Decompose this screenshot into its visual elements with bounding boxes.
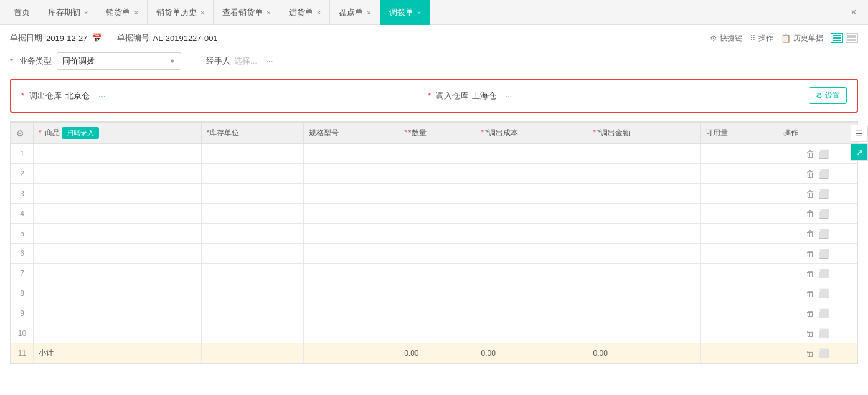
row-8-product[interactable]	[34, 283, 202, 303]
row-6-qty[interactable]	[399, 244, 476, 264]
copy-icon-row-9[interactable]: ⬜	[818, 308, 829, 318]
sidebar-list-icon[interactable]: ☰	[851, 125, 868, 142]
row-3-product[interactable]	[34, 184, 202, 204]
row-3-qty[interactable]	[399, 184, 476, 204]
in-warehouse-more-icon[interactable]: ···	[505, 91, 512, 101]
sidebar-expand-icon[interactable]: ↗	[851, 143, 868, 161]
row-4-available[interactable]	[700, 204, 778, 224]
row-3-amount[interactable]	[588, 184, 700, 204]
tab-stocktake-close[interactable]: ×	[367, 9, 370, 16]
row-4-spec[interactable]	[303, 204, 399, 224]
row-9-amount[interactable]	[588, 303, 700, 323]
delete-icon-row-9[interactable]: 🗑	[806, 308, 814, 318]
tab-purchase[interactable]: 进货单 ×	[280, 0, 330, 25]
tab-home[interactable]: 首页	[5, 0, 39, 25]
row-6-unit[interactable]	[201, 244, 303, 264]
layout-list-button[interactable]	[831, 33, 843, 43]
row-4-product[interactable]	[34, 204, 202, 224]
copy-icon-row-10[interactable]: ⬜	[818, 328, 829, 338]
row-11-spec[interactable]	[303, 343, 399, 363]
copy-icon-row-6[interactable]: ⬜	[818, 249, 829, 259]
delete-icon-row-6[interactable]: 🗑	[806, 249, 814, 259]
tab-transfer-close[interactable]: ×	[417, 9, 421, 16]
row-1-amount[interactable]	[588, 144, 700, 164]
row-11-unit[interactable]	[201, 343, 303, 363]
copy-icon-row-1[interactable]: ⬜	[818, 149, 829, 159]
copy-icon-row-4[interactable]: ⬜	[818, 209, 829, 219]
row-2-cost[interactable]	[476, 164, 588, 184]
delete-icon-row-4[interactable]: 🗑	[806, 209, 814, 219]
in-warehouse-value[interactable]: 上海仓	[472, 90, 496, 102]
row-7-amount[interactable]	[588, 264, 700, 283]
row-3-cost[interactable]	[476, 184, 588, 204]
out-warehouse-value[interactable]: 北京仓	[65, 90, 90, 102]
row-7-unit[interactable]	[201, 264, 303, 283]
row-1-qty[interactable]	[399, 144, 476, 164]
row-2-unit[interactable]	[201, 164, 303, 184]
row-2-spec[interactable]	[303, 164, 399, 184]
person-select[interactable]: 选择...	[234, 55, 257, 67]
row-3-unit[interactable]	[201, 184, 303, 204]
row-4-unit[interactable]	[201, 204, 303, 224]
row-7-product[interactable]	[34, 264, 202, 283]
row-1-product[interactable]	[34, 144, 202, 164]
copy-icon-row-3[interactable]: ⬜	[818, 189, 829, 199]
row-7-spec[interactable]	[303, 264, 399, 283]
delete-icon-row-5[interactable]: 🗑	[806, 229, 814, 239]
row-6-available[interactable]	[700, 244, 778, 264]
row-1-spec[interactable]	[303, 144, 399, 164]
tab-purchase-close[interactable]: ×	[317, 9, 321, 16]
row-3-available[interactable]	[700, 184, 778, 204]
row-11-available[interactable]	[700, 343, 778, 363]
setting-button[interactable]: ⚙ 设置	[809, 87, 847, 104]
tab-view-sales[interactable]: 查看销货单 ×	[214, 0, 280, 25]
calendar-icon[interactable]: 📅	[92, 33, 102, 43]
row-1-available[interactable]	[700, 144, 778, 164]
tab-sales-history-close[interactable]: ×	[200, 9, 204, 16]
delete-icon-row-2[interactable]: 🗑	[806, 169, 814, 179]
row-7-qty[interactable]	[399, 264, 476, 283]
row-10-qty[interactable]	[399, 323, 476, 343]
row-11-product[interactable]: 小计	[34, 343, 202, 363]
copy-icon-row-2[interactable]: ⬜	[818, 169, 829, 179]
delete-icon-row-10[interactable]: 🗑	[806, 328, 814, 338]
row-10-spec[interactable]	[303, 323, 399, 343]
row-11-qty[interactable]: 0.00	[399, 343, 476, 363]
tab-inventory-init[interactable]: 库存期初 ×	[39, 0, 97, 25]
tab-sales-close[interactable]: ×	[134, 9, 138, 16]
operation-button[interactable]: ⠿ 操作	[750, 33, 773, 44]
business-type-select[interactable]: 同价调拨 ▼	[57, 52, 181, 70]
row-5-cost[interactable]	[476, 224, 588, 244]
row-5-amount[interactable]	[588, 224, 700, 244]
row-8-spec[interactable]	[303, 283, 399, 303]
delete-icon-row-7[interactable]: 🗑	[806, 269, 814, 278]
tab-stocktake[interactable]: 盘点单 ×	[330, 0, 380, 25]
row-4-cost[interactable]	[476, 204, 588, 224]
row-2-available[interactable]	[700, 164, 778, 184]
row-10-available[interactable]	[700, 323, 778, 343]
delete-icon-row-3[interactable]: 🗑	[806, 189, 814, 199]
row-9-cost[interactable]	[476, 303, 588, 323]
row-10-amount[interactable]	[588, 323, 700, 343]
row-7-cost[interactable]	[476, 264, 588, 283]
row-5-spec[interactable]	[303, 224, 399, 244]
row-10-unit[interactable]	[201, 323, 303, 343]
tab-sales[interactable]: 销货单 ×	[97, 0, 147, 25]
row-4-qty[interactable]	[399, 204, 476, 224]
row-9-available[interactable]	[700, 303, 778, 323]
row-8-available[interactable]	[700, 283, 778, 303]
window-close-button[interactable]: ×	[844, 3, 863, 22]
row-11-cost[interactable]: 0.00	[476, 343, 588, 363]
tab-inventory-init-close[interactable]: ×	[84, 9, 88, 16]
copy-icon-row-8[interactable]: ⬜	[818, 288, 829, 298]
shortcut-button[interactable]: ⚙ 快捷键	[710, 33, 742, 44]
row-11-amount[interactable]: 0.00	[588, 343, 700, 363]
copy-icon-row-11[interactable]: ⬜	[818, 348, 829, 358]
table-gear-icon[interactable]: ⚙	[16, 128, 24, 138]
row-7-available[interactable]	[700, 264, 778, 283]
row-2-product[interactable]	[34, 164, 202, 184]
row-6-product[interactable]	[34, 244, 202, 264]
history-button[interactable]: 📋 历史单据	[781, 33, 823, 44]
row-6-amount[interactable]	[588, 244, 700, 264]
row-9-product[interactable]	[34, 303, 202, 323]
